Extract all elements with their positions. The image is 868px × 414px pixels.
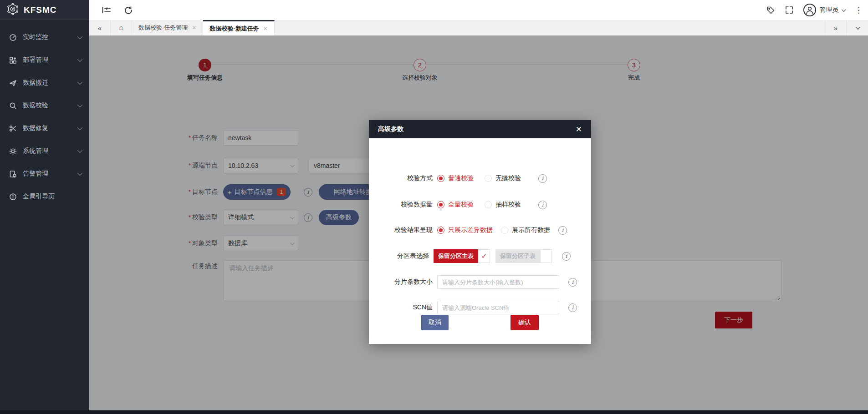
radio-show-all[interactable]: 展示所有数据 bbox=[501, 226, 550, 234]
user-name: 管理员 bbox=[819, 6, 838, 14]
chevron-down-icon bbox=[856, 25, 860, 30]
modal-title: 高级参数 bbox=[378, 125, 403, 133]
close-icon[interactable]: ✕ bbox=[576, 126, 582, 133]
tabs-menu-button[interactable] bbox=[847, 20, 868, 35]
refresh-icon[interactable] bbox=[124, 6, 133, 14]
chevron-down-icon bbox=[77, 57, 82, 62]
keep-partition-main-button[interactable]: 保留分区主表 bbox=[434, 249, 478, 263]
repair-icon bbox=[9, 125, 17, 132]
user-menu[interactable]: 管理员 bbox=[803, 4, 845, 16]
radio-sample-check[interactable]: 抽样校验 bbox=[485, 201, 521, 209]
scn-input[interactable] bbox=[437, 301, 559, 314]
sidebar-item-alert-management[interactable]: 告警管理 bbox=[0, 162, 89, 185]
chevron-down-icon bbox=[77, 34, 82, 39]
radio-selected-icon bbox=[437, 227, 444, 234]
sidebar: KFSMC 实时监控 部署管理 数据搬迁 bbox=[0, 0, 89, 414]
info-icon[interactable]: i bbox=[538, 201, 547, 209]
check-method-row: 校验方式 普通校验 无缝校验 i bbox=[369, 171, 591, 186]
partition-select-row: 分区表选择 保留分区主表 ✓ 保留分区子表 i bbox=[369, 249, 591, 263]
menu-fold-icon[interactable] bbox=[102, 6, 111, 14]
result-display-row: 校验结果呈现 只展示差异数据 展示所有数据 i bbox=[369, 223, 591, 237]
data-volume-row: 校验数据量 全量校验 抽样校验 i bbox=[369, 197, 591, 212]
info-icon[interactable]: i bbox=[562, 252, 571, 261]
bottom-bar bbox=[0, 410, 868, 414]
modal-header: 高级参数 ✕ bbox=[369, 120, 591, 138]
alert-icon bbox=[9, 170, 17, 178]
avatar bbox=[803, 4, 816, 16]
radio-unselected-icon bbox=[485, 201, 492, 208]
tabbar-spacer bbox=[275, 20, 825, 35]
sidebar-item-global-guide[interactable]: 全局引导页 bbox=[0, 185, 89, 208]
logo: KFSMC bbox=[0, 0, 89, 20]
radio-normal-check[interactable]: 普通校验 bbox=[437, 174, 474, 182]
tabs-scroll-right-button[interactable]: » bbox=[825, 20, 847, 35]
checkmark-icon[interactable]: ✓ bbox=[478, 249, 490, 263]
close-icon[interactable]: ✕ bbox=[192, 25, 196, 31]
fullscreen-icon[interactable] bbox=[785, 6, 793, 14]
tag-icon[interactable] bbox=[766, 6, 775, 15]
radio-unselected-icon bbox=[501, 227, 508, 234]
sidebar-menu: 实时监控 部署管理 数据搬迁 数据校验 bbox=[0, 20, 89, 208]
chevron-down-icon bbox=[77, 148, 82, 153]
advanced-params-modal: 高级参数 ✕ 校验方式 普通校验 无缝校验 i 校验数据量 全量校验 抽样校验 … bbox=[369, 120, 591, 344]
gauge-icon bbox=[9, 34, 17, 41]
info-icon bbox=[9, 193, 17, 201]
radio-seamless-check[interactable]: 无缝校验 bbox=[485, 174, 521, 182]
chevron-down-icon bbox=[77, 171, 82, 176]
sidebar-item-data-migration[interactable]: 数据搬迁 bbox=[0, 71, 89, 94]
radio-selected-icon bbox=[437, 201, 444, 208]
more-options-icon[interactable]: ⋮ bbox=[855, 5, 863, 15]
home-tab-button[interactable]: ⌂ bbox=[111, 20, 132, 35]
sidebar-item-system-management[interactable]: 系统管理 bbox=[0, 140, 89, 162]
radio-full-check[interactable]: 全量校验 bbox=[437, 201, 474, 209]
radio-diff-only[interactable]: 只展示差异数据 bbox=[437, 226, 493, 234]
close-icon[interactable]: ✕ bbox=[263, 25, 268, 32]
tabs-scroll-left-button[interactable]: « bbox=[89, 20, 111, 35]
info-icon[interactable]: i bbox=[558, 226, 567, 235]
info-icon[interactable]: i bbox=[568, 303, 577, 312]
chevron-down-icon bbox=[77, 80, 82, 85]
migrate-icon bbox=[9, 79, 17, 87]
shard-size-input[interactable] bbox=[437, 275, 559, 289]
search-icon bbox=[9, 102, 17, 110]
keep-partition-sub-button[interactable]: 保留分区子表 bbox=[495, 249, 540, 263]
empty-checkbox[interactable] bbox=[540, 249, 552, 263]
info-icon[interactable]: i bbox=[538, 174, 547, 183]
radio-selected-icon bbox=[437, 175, 444, 182]
app-title: KFSMC bbox=[24, 5, 57, 15]
chevron-down-icon bbox=[77, 125, 82, 130]
info-icon[interactable]: i bbox=[568, 278, 577, 287]
kfsmc-logo-icon bbox=[6, 3, 19, 17]
modal-footer: 取消 确认 bbox=[369, 315, 591, 330]
gear-icon bbox=[9, 147, 17, 155]
tabbar: « ⌂ 数据校验-任务管理 ✕ 数据校验-新建任务 ✕ » bbox=[89, 20, 868, 35]
radio-unselected-icon bbox=[485, 175, 492, 182]
tab-new-task[interactable]: 数据校验-新建任务 ✕ bbox=[203, 20, 274, 35]
deploy-icon bbox=[9, 56, 17, 64]
shard-size-row: 分片条数大小 i bbox=[369, 275, 591, 289]
sidebar-item-data-verification[interactable]: 数据校验 bbox=[0, 94, 89, 117]
scn-row: SCN值 i bbox=[369, 300, 591, 315]
confirm-button[interactable]: 确认 bbox=[511, 315, 539, 330]
sidebar-item-realtime-monitor[interactable]: 实时监控 bbox=[0, 26, 89, 49]
cancel-button[interactable]: 取消 bbox=[421, 315, 449, 330]
chevron-down-icon bbox=[77, 102, 82, 107]
chevron-down-icon bbox=[842, 7, 846, 12]
topbar: 管理员 ⋮ bbox=[89, 0, 868, 20]
sidebar-item-data-repair[interactable]: 数据修复 bbox=[0, 117, 89, 140]
tab-task-management[interactable]: 数据校验-任务管理 ✕ bbox=[132, 20, 203, 35]
sidebar-item-deploy-management[interactable]: 部署管理 bbox=[0, 49, 89, 71]
home-icon: ⌂ bbox=[119, 24, 123, 32]
